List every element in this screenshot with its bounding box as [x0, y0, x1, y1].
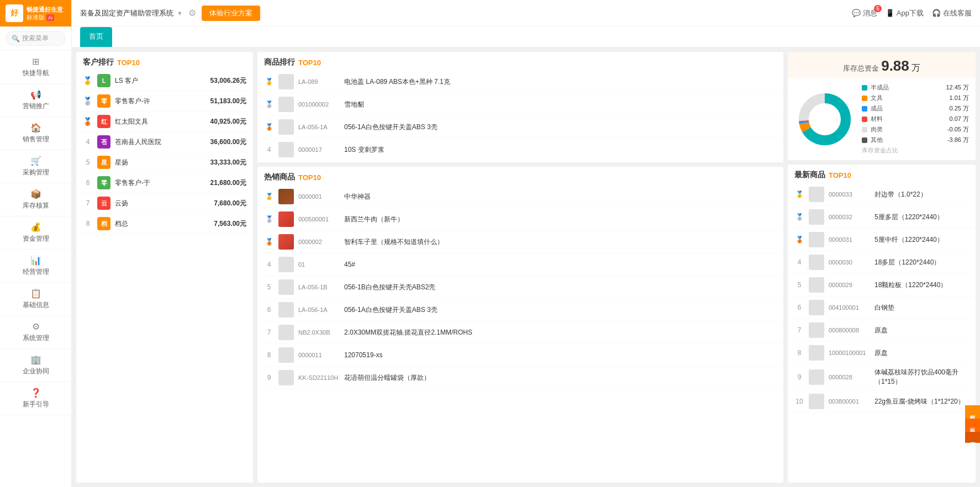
hot-prod-item-5: 5 LA-056-1B 056-1B白色按键开关壳ABS2壳 — [257, 276, 783, 299]
sidebar-item-basics[interactable]: 📋 基础信息 — [0, 283, 71, 316]
sidebar-item-purchase[interactable]: 🛒 采购管理 — [0, 150, 71, 183]
hot-prod-item-9: 9 KK-SD22110H 花语萌但温分蠕罐袋（厚款） — [257, 367, 783, 389]
online-service-label: 在线客服 — [943, 8, 972, 18]
float-btn-service[interactable]: 客服热线 — [965, 405, 980, 419]
content-area: 客户排行 TOP10 🥇 L LS 客户 53,006.26元 🥈 零 零售客户… — [72, 47, 980, 487]
prod-sale-name-3: 056-1A白色按键开关盖ABS 3壳 — [344, 123, 777, 132]
hot-name-2: 新西兰牛肉（新牛） — [344, 215, 777, 224]
new-rank-9: 9 — [794, 373, 804, 381]
rank-item-1: 🥇 L LS 客户 53,006.26元 — [76, 71, 253, 91]
new-code-7: 000800008 — [829, 327, 870, 334]
mid-panel: 商品排行 TOP10 🥇 LA-089 电池盖 LA-089 ABS本色+黑种 … — [257, 52, 783, 483]
sidebar-item-label: 库存核算 — [23, 201, 49, 210]
new-rank-10: 10 — [794, 398, 804, 405]
new-name-8: 原盘 — [874, 348, 969, 358]
sidebar-logo-info: 畅捷通好生意 标准版 Ai — [27, 6, 63, 22]
new-name-4: 18多层（1220*2440） — [874, 258, 969, 267]
app-download-button[interactable]: 📱 App下载 — [886, 8, 924, 18]
sidebar-item-operations[interactable]: 📊 经营管理 — [0, 250, 71, 283]
hot-prod-item-4: 4 01 45# — [257, 253, 783, 276]
rank-num-7: 7 — [83, 199, 93, 207]
hot-name-4: 45# — [344, 261, 777, 268]
sidebar-item-inventory[interactable]: 📦 库存核算 — [0, 183, 71, 216]
prod-sale-code-3: LA-056-1A — [298, 124, 340, 130]
search-menu-button[interactable]: 🔍 搜索菜单 — [6, 31, 66, 46]
prod-sale-img-1 — [278, 74, 294, 89]
system-name-section: 装备及固定资产辅助管理系统 ▼ — [80, 8, 183, 18]
sidebar-item-label: 采购管理 — [23, 168, 49, 177]
sales-icon: 🏠 — [30, 123, 41, 133]
customer-ranking-title: 客户排行 — [83, 57, 114, 67]
sidebar-item-collab[interactable]: 🏢 企业协同 — [0, 349, 71, 382]
new-img-7 — [809, 322, 824, 338]
sidebar-item-quick[interactable]: ⊞ 快捷导航 — [0, 51, 71, 84]
basics-icon: 📋 — [30, 288, 41, 299]
hot-img-5 — [278, 279, 294, 295]
prod-sale-name-2: 雪地貂 — [344, 100, 777, 109]
tab-home[interactable]: 首页 — [80, 27, 112, 47]
customer-amount-8: 7,563.00元 — [214, 219, 246, 229]
rank-item-2: 🥈 零 零售客户-许 51,183.00元 — [76, 91, 253, 112]
hot-img-1 — [278, 189, 294, 204]
hot-code-7: NB2.0X30B — [298, 329, 340, 336]
trial-button[interactable]: 体验行业方案 — [202, 6, 260, 21]
new-prod-item-6: 6 004100001 白钢垫 — [788, 297, 976, 319]
prod-sale-item-1: 🥇 LA-089 电池盖 LA-089 ABS本色+黑种 7.1克 — [257, 71, 783, 93]
new-img-3 — [809, 232, 824, 247]
sidebar-item-guide[interactable]: ❓ 新手引导 — [0, 382, 71, 415]
dropdown-arrow-icon[interactable]: ▼ — [177, 10, 183, 17]
inventory-total-unit: 万 — [911, 62, 920, 74]
new-rank-2: 🥈 — [794, 213, 804, 221]
sidebar-item-marketing[interactable]: 📢 营销推广 — [0, 84, 71, 117]
sidebar-item-finance[interactable]: 💰 资金管理 — [0, 216, 71, 250]
marketing-icon: 📢 — [30, 89, 41, 100]
customer-ranking-header: 客户排行 TOP10 — [76, 52, 253, 71]
float-btn-community[interactable]: 服务社区 — [965, 419, 980, 432]
new-code-9: 0000028 — [829, 374, 870, 380]
new-products-list: 🥇 0000033 封边带（1.0*22） 🥈 0000032 5厘多层（122… — [788, 183, 976, 483]
hot-prod-item-8: 8 0000011 12070519-xs — [257, 344, 783, 367]
customer-name-1: LS 客户 — [115, 76, 206, 86]
new-prod-item-5: 5 0000029 18颗粒板（1220*2440） — [788, 274, 976, 297]
purchase-icon: 🛒 — [30, 156, 41, 166]
sidebar-item-label: 营销推广 — [23, 102, 49, 111]
system-icon: ⚙ — [32, 321, 40, 332]
new-name-6: 白钢垫 — [874, 303, 969, 313]
hot-prod-item-1: 🥇 0000001 中华神器 — [257, 186, 783, 208]
new-code-5: 0000029 — [829, 282, 870, 288]
customer-name-5: 星扬 — [115, 158, 206, 167]
hot-rank-7: 7 — [264, 329, 274, 336]
sidebar-item-sales[interactable]: 🏠 销售管理 — [0, 117, 71, 150]
product-sales-header: 商品排行 TOP10 — [257, 52, 783, 71]
customer-amount-1: 53,006.26元 — [210, 76, 246, 86]
legend-dot-finished — [862, 106, 867, 112]
inventory-summary-card: 库存总资金 9.88 万 — [788, 52, 976, 160]
new-img-8 — [809, 345, 824, 361]
settings-icon[interactable]: ⚙ — [188, 8, 196, 18]
guide-icon: ❓ — [30, 388, 41, 398]
hot-img-8 — [278, 347, 294, 363]
customer-ranking-card: 客户排行 TOP10 🥇 L LS 客户 53,006.26元 🥈 零 零售客户… — [76, 52, 253, 483]
float-btn-live[interactable]: 直播 — [965, 432, 980, 443]
legend-dot-material — [862, 117, 867, 122]
hot-code-1: 0000001 — [298, 193, 340, 200]
online-service-button[interactable]: 🎧 在线客服 — [932, 8, 972, 18]
system-name-text: 装备及固定资产辅助管理系统 — [80, 8, 173, 18]
new-code-4: 0000030 — [829, 259, 870, 266]
new-name-3: 5厘中纤（1220*2440） — [874, 235, 969, 245]
messages-button[interactable]: 💬 消息 6 — [852, 8, 877, 18]
hot-prod-item-2: 🥈 000500001 新西兰牛肉（新牛） — [257, 208, 783, 231]
customer-avatar-6: 零 — [97, 176, 110, 189]
customer-ranking-list: 🥇 L LS 客户 53,006.26元 🥈 零 零售客户-许 51,183.0… — [76, 71, 253, 483]
hot-code-4: 01 — [298, 261, 340, 268]
new-code-10: 003800001 — [829, 398, 870, 405]
message-icon: 💬 — [852, 9, 861, 17]
rank-item-6: 6 零 零售客户-于 21,680.00元 — [76, 173, 253, 193]
hot-img-9 — [278, 370, 294, 385]
prod-sale-rank-4: 4 — [264, 146, 274, 153]
product-sales-badge: TOP10 — [298, 59, 321, 67]
rank-num-4: 4 — [83, 138, 93, 146]
sidebar-item-system[interactable]: ⚙ 系统管理 — [0, 316, 71, 349]
hot-name-3: 智利车子里（规格不知道填什么） — [344, 237, 777, 247]
customer-avatar-4: 苍 — [97, 135, 110, 149]
